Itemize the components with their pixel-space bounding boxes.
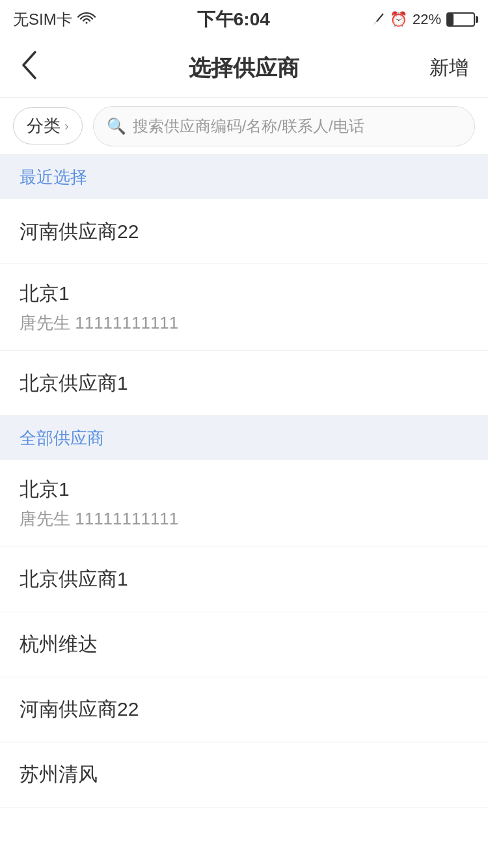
search-input[interactable]: 搜索供应商编码/名称/联系人/电话 (133, 116, 364, 137)
list-item[interactable]: 北京供应商1 (0, 547, 488, 612)
category-label: 分类 (27, 115, 61, 137)
location-icon (372, 12, 385, 27)
nav-bar: 选择供应商 新增 (0, 39, 488, 98)
item-name: 河南供应商22 (20, 218, 468, 245)
status-right: ⏰ 22% (372, 11, 475, 28)
list-item[interactable]: 河南供应商22 (0, 677, 488, 742)
wifi-icon (77, 12, 96, 27)
list-item[interactable]: 北京1唐先生 11111111111 (0, 460, 488, 547)
category-arrow-icon: › (64, 118, 69, 133)
item-name: 北京1 (20, 280, 468, 307)
alarm-icon: ⏰ (390, 11, 407, 28)
all-section-header: 全部供应商 (0, 416, 488, 460)
list-item[interactable]: 北京1唐先生 11111111111 (0, 264, 488, 351)
status-left: 无SIM卡 (13, 9, 96, 30)
all-section-label: 全部供应商 (20, 427, 104, 450)
search-container[interactable]: 🔍 搜索供应商编码/名称/联系人/电话 (93, 106, 475, 146)
item-contact: 唐先生 11111111111 (20, 507, 468, 530)
list-item[interactable]: 杭州维达 (0, 612, 488, 677)
item-contact: 唐先生 11111111111 (20, 311, 468, 334)
recent-section-label: 最近选择 (20, 166, 87, 189)
list-item[interactable]: 苏州清风 (0, 742, 488, 807)
item-name: 北京1 (20, 476, 468, 503)
status-bar: 无SIM卡 下午6:04 ⏰ 22% (0, 0, 488, 39)
list-item[interactable]: 北京供应商1 (0, 351, 488, 416)
recent-section-header: 最近选择 (0, 155, 488, 199)
list-item[interactable]: 河南供应商22 (0, 199, 488, 264)
back-button[interactable] (20, 49, 59, 87)
item-name: 苏州清风 (20, 761, 468, 788)
item-name: 河南供应商22 (20, 696, 468, 723)
battery-icon (446, 12, 475, 27)
item-name: 北京供应商1 (20, 565, 468, 593)
search-icon: 🔍 (107, 117, 126, 135)
category-filter-button[interactable]: 分类 › (13, 107, 83, 144)
all-list: 北京1唐先生 11111111111北京供应商1杭州维达河南供应商22苏州清风 (0, 460, 488, 807)
recent-list: 河南供应商22北京1唐先生 11111111111北京供应商1 (0, 199, 488, 416)
filter-bar: 分类 › 🔍 搜索供应商编码/名称/联系人/电话 (0, 98, 488, 155)
status-time: 下午6:04 (197, 7, 270, 32)
item-name: 杭州维达 (20, 631, 468, 658)
page-title: 选择供应商 (189, 53, 299, 83)
item-name: 北京供应商1 (20, 370, 468, 397)
carrier-text: 无SIM卡 (13, 9, 72, 30)
add-button[interactable]: 新增 (429, 55, 468, 81)
battery-text: 22% (413, 11, 441, 28)
